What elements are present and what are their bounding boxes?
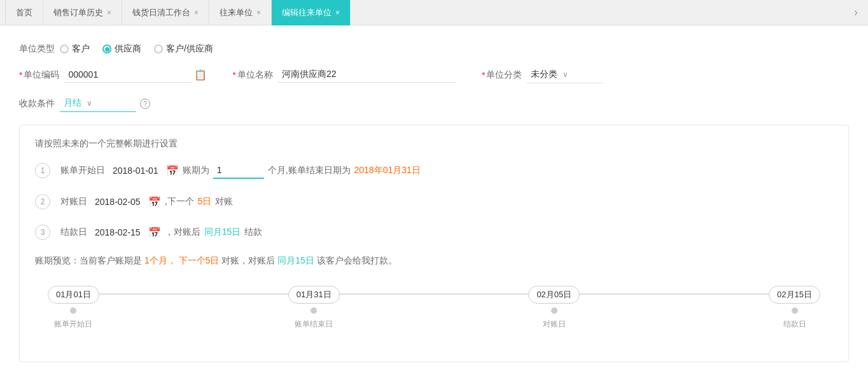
tab-edit-partner-close[interactable]: × [335, 8, 340, 17]
payment-help-icon[interactable]: ? [140, 99, 150, 109]
step-1-num: 1 [35, 163, 50, 178]
timeline-label-4: 结款日 [783, 319, 806, 330]
timeline-line [48, 293, 820, 295]
timeline-dot-2 [311, 307, 317, 314]
unit-type-label: 单位类型 [19, 43, 55, 55]
step-3-row: 3 结款日 2018-02-15 📅 ，对账后 同月15日 结款 [35, 225, 833, 240]
unit-name-input[interactable] [278, 67, 456, 83]
settings-card: 请按照未来的一个完整帐期进行设置 1 账单开始日 2018-01-01 📅 账期… [19, 125, 849, 362]
step-1-label: 账单开始日 [60, 165, 105, 176]
step-1-end-date: 2018年01月31日 [354, 165, 421, 176]
unit-code-required: * [19, 70, 22, 80]
timeline-dot-1 [70, 307, 76, 314]
unit-code-calendar-icon[interactable]: 📋 [194, 69, 207, 81]
step-2-comma: ,下一个 [165, 196, 194, 208]
radio-supplier[interactable]: 供应商 [102, 43, 141, 55]
step-3-num: 3 [35, 225, 50, 240]
timeline-dot-4 [792, 307, 798, 314]
card-title: 请按照未来的一个完整帐期进行设置 [35, 138, 833, 150]
step-1-date: 2018-01-01 [113, 165, 158, 176]
radio-customer-supplier-circle [154, 45, 163, 53]
unit-category-arrow-icon: ∨ [563, 70, 568, 79]
timeline-point-4: 02月15日 结款日 [769, 286, 820, 330]
tab-home-label: 首页 [16, 7, 32, 18]
timeline-dot-3 [551, 307, 557, 314]
timeline-bubble-1: 01月01日 [48, 286, 99, 304]
step-2-highlight: 5日 [198, 196, 212, 208]
timeline-bubble-2: 01月31日 [288, 286, 340, 304]
radio-supplier-circle [102, 45, 111, 53]
timeline-point-3: 02月05日 对账日 [528, 286, 580, 330]
timeline-label-3: 对账日 [543, 319, 566, 330]
step-1-unit-text: 个月,账单结束日期为 [268, 165, 351, 176]
preview-teal: 同月15日 [277, 255, 314, 265]
step-2-row: 2 对账日 2018-02-05 📅 ,下一个 5日 对账 [35, 194, 833, 209]
unit-info-row: * 单位编码 📋 * 单位名称 * 单位分类 未分类 ∨ [19, 66, 849, 83]
payment-condition-select[interactable]: 月结 ∨ [60, 95, 136, 112]
tab-edit-partner-label: 编辑往来单位 [282, 7, 332, 18]
step-1-mid-text: 账期为 [183, 165, 209, 176]
step-1-calendar-icon[interactable]: 📅 [166, 165, 179, 177]
radio-customer-supplier[interactable]: 客户/供应商 [154, 43, 213, 55]
tab-partner-close[interactable]: × [256, 8, 261, 17]
step-3-calendar-icon[interactable]: 📅 [148, 227, 161, 239]
timeline-label-2: 账单结束日 [295, 319, 333, 330]
payment-condition-value: 月结 [64, 97, 81, 109]
tab-bar: 首页 销售订单历史 × 钱货日清工作台 × 往来单位 × 编辑往来单位 × › [0, 0, 868, 25]
timeline: 01月01日 账单开始日 01月31日 账单结束日 02月05日 对账日 02月… [35, 279, 833, 349]
step-3-prefix: ，对账后 [165, 227, 200, 238]
preview-row: 账期预览：当前客户账期是 1个月， 下一个5日 对账，对账后 同月15日 该客户… [35, 245, 833, 267]
tab-cash-work-close[interactable]: × [194, 8, 199, 17]
preview-mid: 下一个5日 [179, 255, 220, 265]
radio-customer[interactable]: 客户 [60, 43, 90, 55]
main-content: 单位类型 客户 供应商 客户/供应商 * 单位编码 📋 [0, 25, 868, 387]
timeline-point-2: 01月31日 账单结束日 [288, 286, 340, 330]
timeline-label-1: 账单开始日 [54, 319, 92, 330]
payment-condition-arrow-icon: ∨ [87, 99, 92, 108]
preview-prefix: 账期预览：当前客户账期是 [35, 255, 142, 265]
tab-partner-label: 往来单位 [220, 7, 253, 18]
unit-type-row: 单位类型 客户 供应商 客户/供应商 [19, 43, 849, 55]
unit-name-required: * [232, 70, 235, 80]
unit-category-label: 单位分类 [486, 69, 522, 81]
step-2-num: 2 [35, 194, 50, 209]
radio-customer-supplier-label: 客户/供应商 [166, 43, 213, 55]
radio-supplier-dot [105, 47, 109, 52]
radio-supplier-label: 供应商 [115, 43, 141, 55]
unit-category-required: * [482, 70, 485, 80]
radio-customer-circle [60, 45, 69, 53]
step-1-row: 1 账单开始日 2018-01-01 📅 账期为 个月,账单结束日期为 2018… [35, 162, 833, 179]
step-3-label: 结款日 [60, 227, 87, 238]
step-2-suffix: 对账 [215, 196, 233, 208]
tab-partner[interactable]: 往来单位 × [209, 0, 272, 25]
unit-code-group: * 单位编码 📋 [19, 67, 207, 83]
unit-code-label: 单位编码 [24, 69, 59, 81]
tab-cash-work-label: 钱货日清工作台 [132, 7, 190, 18]
unit-category-select[interactable]: 未分类 ∨ [527, 66, 603, 83]
step-2-date: 2018-02-05 [95, 197, 141, 207]
payment-condition-row: 收款条件 月结 ∨ ? [19, 95, 849, 112]
unit-category-value: 未分类 [531, 69, 557, 80]
timeline-point-1: 01月01日 账单开始日 [48, 286, 99, 330]
preview-suffix: 该客户会给我打款。 [317, 255, 397, 265]
timeline-bubble-3: 02月05日 [528, 286, 580, 304]
step-3-highlight: 同月15日 [204, 227, 241, 238]
tab-home[interactable]: 首页 [5, 0, 43, 25]
tab-sales-history-label: 销售订单历史 [53, 7, 103, 18]
radio-group-unit-type: 客户 供应商 客户/供应商 [60, 43, 213, 55]
step-2-calendar-icon[interactable]: 📅 [148, 196, 161, 208]
unit-category-group: * 单位分类 未分类 ∨ [482, 66, 603, 83]
step-1-period-input[interactable] [213, 162, 264, 179]
unit-name-group: * 单位名称 [232, 67, 456, 83]
tab-more-button[interactable]: › [849, 6, 863, 19]
unit-code-input[interactable] [64, 67, 192, 83]
tab-sales-history-close[interactable]: × [107, 8, 111, 17]
step-3-date: 2018-02-15 [95, 227, 141, 237]
tab-cash-work[interactable]: 钱货日清工作台 × [122, 0, 209, 25]
step-2-label: 对账日 [60, 196, 87, 208]
unit-name-label: 单位名称 [237, 69, 273, 81]
payment-condition-label: 收款条件 [19, 98, 55, 109]
tab-edit-partner[interactable]: 编辑往来单位 × [272, 0, 351, 25]
tab-sales-history[interactable]: 销售订单历史 × [43, 0, 122, 25]
step-3-suffix: 结款 [244, 227, 262, 238]
